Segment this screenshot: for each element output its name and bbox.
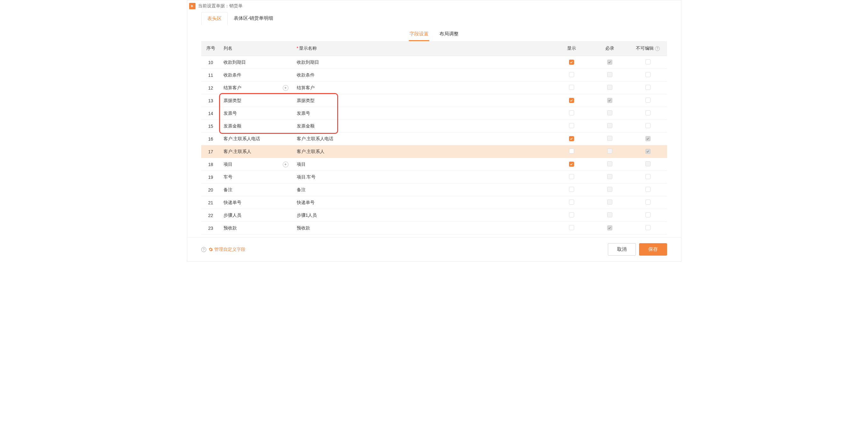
cell-show bbox=[553, 171, 591, 183]
field-settings-table: 序号 列名 *显示名称 显示 必录 不可编辑? 10收款到期日收款到期日11收款… bbox=[201, 41, 667, 235]
checkbox-required bbox=[607, 123, 612, 128]
checkbox-show[interactable] bbox=[569, 148, 574, 154]
add-icon[interactable]: + bbox=[283, 162, 288, 167]
checkbox-readonly[interactable] bbox=[645, 123, 651, 128]
checkbox-show[interactable] bbox=[569, 174, 574, 179]
cell-display[interactable]: 收款条件 bbox=[293, 69, 553, 82]
col-header-seq: 序号 bbox=[201, 41, 220, 56]
cell-show bbox=[553, 82, 591, 94]
cell-name: 客户.主联系人 bbox=[220, 145, 293, 158]
checkbox-readonly[interactable] bbox=[645, 72, 651, 77]
cell-name: 预收款 bbox=[220, 222, 293, 235]
table-row: 17客户.主联系人客户.主联系人 bbox=[201, 145, 667, 158]
checkbox-show[interactable] bbox=[569, 60, 574, 65]
cell-req bbox=[591, 183, 629, 196]
cell-req bbox=[591, 120, 629, 133]
cell-name: 快递单号 bbox=[220, 196, 293, 209]
checkbox-readonly[interactable] bbox=[645, 187, 651, 192]
cell-show bbox=[553, 69, 591, 82]
sub-tab-0[interactable]: 字段设置 bbox=[409, 29, 429, 41]
checkbox-show[interactable] bbox=[569, 212, 574, 218]
checkbox-show[interactable] bbox=[569, 162, 574, 167]
help-icon[interactable]: ? bbox=[655, 46, 660, 51]
cell-display[interactable]: 快递单号 bbox=[293, 196, 553, 209]
checkbox-required bbox=[607, 98, 612, 103]
checkbox-required bbox=[607, 161, 612, 166]
checkbox-show[interactable] bbox=[569, 98, 574, 103]
checkbox-readonly[interactable] bbox=[645, 85, 651, 90]
cancel-button[interactable]: 取消 bbox=[608, 243, 636, 256]
col-header-show: 显示 bbox=[553, 41, 591, 56]
add-icon[interactable]: + bbox=[283, 85, 288, 91]
cell-seq: 20 bbox=[201, 183, 220, 196]
table-row: 18项目+项目 bbox=[201, 158, 667, 171]
help-icon[interactable]: ? bbox=[201, 247, 206, 252]
cell-req bbox=[591, 56, 629, 69]
checkbox-readonly[interactable] bbox=[645, 225, 651, 230]
checkbox-show[interactable] bbox=[569, 85, 574, 90]
checkbox-readonly[interactable] bbox=[645, 212, 651, 218]
cell-seq: 15 bbox=[201, 120, 220, 133]
table-row: 15发票金额发票金额 bbox=[201, 120, 667, 133]
checkbox-required bbox=[607, 148, 612, 154]
cell-display[interactable]: 备注 bbox=[293, 183, 553, 196]
cell-display[interactable]: 客户.主联系人 bbox=[293, 145, 553, 158]
sub-tab-1[interactable]: 布局调整 bbox=[439, 29, 459, 41]
checkbox-readonly[interactable] bbox=[645, 97, 651, 103]
checkbox-readonly[interactable] bbox=[645, 174, 651, 179]
checkbox-required bbox=[607, 60, 612, 65]
cell-name: 票据类型 bbox=[220, 94, 293, 107]
cell-display[interactable]: 发票号 bbox=[293, 107, 553, 120]
checkbox-readonly[interactable] bbox=[645, 200, 651, 205]
checkbox-readonly[interactable] bbox=[645, 110, 651, 115]
tab-0[interactable]: 表头区 bbox=[201, 12, 228, 25]
checkbox-show[interactable] bbox=[569, 225, 574, 230]
table-row: 23预收款预收款 bbox=[201, 222, 667, 235]
checkbox-required bbox=[607, 187, 612, 192]
cell-show bbox=[553, 158, 591, 171]
cell-ro bbox=[629, 120, 667, 133]
cell-show bbox=[553, 222, 591, 235]
save-button[interactable]: 保存 bbox=[639, 243, 667, 256]
manage-custom-fields-link[interactable]: 管理自定义字段 bbox=[208, 247, 246, 252]
checkbox-required bbox=[607, 200, 612, 205]
gear-icon bbox=[208, 247, 213, 252]
cell-seq: 11 bbox=[201, 69, 220, 82]
checkbox-readonly[interactable] bbox=[645, 59, 651, 64]
cell-display[interactable]: 结算客户 bbox=[293, 82, 553, 94]
checkbox-show[interactable] bbox=[569, 123, 574, 128]
cell-req bbox=[591, 107, 629, 120]
cell-display[interactable]: 发票金额 bbox=[293, 120, 553, 133]
cell-display[interactable]: 收款到期日 bbox=[293, 56, 553, 69]
cell-req bbox=[591, 69, 629, 82]
current-bill-label: 当前设置单据：销货单 bbox=[198, 3, 243, 9]
checkbox-show[interactable] bbox=[569, 136, 574, 141]
cell-name: 结算客户+ bbox=[220, 82, 293, 94]
checkbox-required bbox=[607, 110, 612, 115]
checkbox-show[interactable] bbox=[569, 72, 574, 77]
cell-ro bbox=[629, 107, 667, 120]
tab-1[interactable]: 表体区-销货单明细 bbox=[228, 12, 280, 25]
collapse-panel-button[interactable] bbox=[189, 3, 195, 9]
checkbox-show[interactable] bbox=[569, 187, 574, 192]
cell-seq: 23 bbox=[201, 222, 220, 235]
cell-show bbox=[553, 145, 591, 158]
cell-req bbox=[591, 209, 629, 222]
cell-display[interactable]: 项目.车号 bbox=[293, 171, 553, 183]
checkbox-readonly bbox=[645, 161, 651, 166]
cell-display[interactable]: 票据类型 bbox=[293, 94, 553, 107]
cell-display[interactable]: 预收款 bbox=[293, 222, 553, 235]
cell-display[interactable]: 步骤1人员 bbox=[293, 209, 553, 222]
cell-show bbox=[553, 107, 591, 120]
cell-seq: 12 bbox=[201, 82, 220, 94]
checkbox-show[interactable] bbox=[569, 200, 574, 205]
cell-name: 备注 bbox=[220, 183, 293, 196]
cell-display[interactable]: 客户.主联系人电话 bbox=[293, 133, 553, 145]
checkbox-show[interactable] bbox=[569, 110, 574, 115]
cell-req bbox=[591, 222, 629, 235]
cell-display[interactable]: 项目 bbox=[293, 158, 553, 171]
cell-seq: 18 bbox=[201, 158, 220, 171]
cell-name: 车号 bbox=[220, 171, 293, 183]
checkbox-required bbox=[607, 225, 612, 230]
cell-show bbox=[553, 56, 591, 69]
